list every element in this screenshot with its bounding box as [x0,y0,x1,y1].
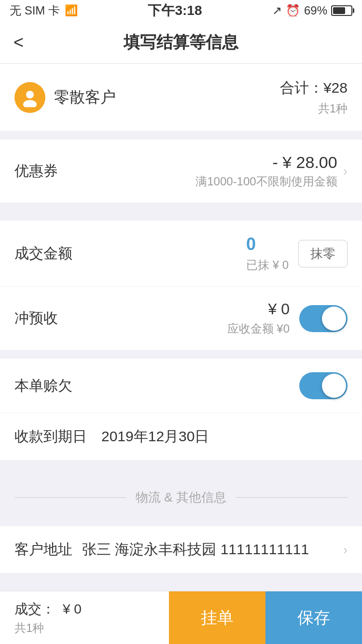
battery-percent: 69% [304,4,327,17]
carrier-label: 无 SIM 卡 [10,3,60,18]
logistics-section: 物流 & 其他信息 [0,477,362,518]
battery-icon [331,5,352,16]
debt-toggle[interactable] [299,372,348,399]
bottom-bar: 成交： ¥ 0 共1种 挂单 保存 [0,591,362,644]
due-date-value: 2019年12月30日 [101,427,209,447]
customer-card: 零散客户 合计：¥28 共1种 [0,64,362,131]
deal-label: 成交： [14,600,55,618]
transaction-section: 成交金额 0 已抹 ¥ 0 抹零 冲预收 ¥ 0 应收金额 ¥0 [0,221,362,350]
due-date-label: 收款到期日 [14,427,87,447]
advance-row: 冲预收 ¥ 0 应收金额 ¥0 [0,287,362,350]
location-icon: ↗ [272,4,282,17]
transaction-label: 成交金额 [14,244,72,264]
separator-1 [0,212,362,221]
logistics-divider: 物流 & 其他信息 [14,489,348,506]
transaction-right: 0 已抹 ¥ 0 抹零 [246,234,348,273]
status-right: ↗ ⏰ 69% [272,4,352,17]
address-label: 客户地址 [14,540,72,560]
bottom-summary: 成交： ¥ 0 共1种 [0,600,169,636]
status-time: 下午3:18 [148,1,202,20]
receivable-text: 应收金额 ¥0 [227,321,290,336]
transaction-row: 成交金额 0 已抹 ¥ 0 抹零 [0,221,362,287]
chevron-right-icon: › [343,164,348,179]
status-left: 无 SIM 卡 📶 [10,3,78,18]
bottom-deal: 成交： ¥ 0 [14,600,154,618]
total-count: 共1种 [280,101,348,116]
transaction-value: 0 [246,234,289,254]
debt-label: 本单赊欠 [14,376,72,396]
coupon-card: 优惠券 - ¥ 28.00 满1000-100不限制使用金额 › [0,140,362,203]
erased-text: 已抹 ¥ 0 [246,257,289,273]
customer-name: 零散客户 [54,87,116,108]
total-amount: 合计：¥28 [280,78,348,98]
coupon-discount: - ¥ 28.00 [195,153,337,172]
address-row[interactable]: 客户地址 张三 海淀永丰科技园 11111111111 › [0,526,362,573]
coupon-right: - ¥ 28.00 满1000-100不限制使用金额 › [195,153,348,189]
status-bar: 无 SIM 卡 📶 下午3:18 ↗ ⏰ 69% [0,0,362,21]
address-value: 张三 海淀永丰科技园 11111111111 [82,540,343,560]
debt-row: 本单赊欠 [0,359,362,413]
debt-toggle-knob [322,374,346,398]
customer-row: 零散客户 合计：¥28 共1种 [0,64,362,131]
advance-toggle[interactable] [299,305,348,332]
customer-total: 合计：¥28 共1种 [280,78,348,116]
advance-right: ¥ 0 应收金额 ¥0 [227,300,348,336]
coupon-row[interactable]: 优惠券 - ¥ 28.00 满1000-100不限制使用金额 › [0,140,362,203]
wifi-icon: 📶 [65,4,78,17]
coupon-info: - ¥ 28.00 满1000-100不限制使用金额 [195,153,337,189]
coupon-label: 优惠券 [14,161,58,181]
advance-amount: ¥ 0 [227,300,290,318]
user-icon [20,88,40,107]
address-chevron-icon: › [343,542,348,558]
svg-point-0 [26,91,34,98]
back-button[interactable]: < [14,32,24,53]
advance-amount-group: ¥ 0 应收金额 ¥0 [227,300,290,336]
nav-bar: < 填写结算等信息 [0,21,362,64]
due-date-row: 收款到期日 2019年12月30日 [0,413,362,460]
page-title: 填写结算等信息 [124,31,238,54]
deal-amount: ¥ 0 [63,602,82,617]
hold-button[interactable]: 挂单 [169,591,265,644]
svg-point-1 [23,100,37,107]
customer-info: 零散客户 [14,82,116,113]
coupon-description: 满1000-100不限制使用金额 [195,174,337,189]
toggle-knob [322,307,346,331]
separator-4 [0,518,362,526]
separator-2 [0,350,362,359]
logistics-label: 物流 & 其他信息 [136,489,226,506]
battery-fill [333,7,345,14]
save-button[interactable]: 保存 [265,591,362,644]
alarm-icon: ⏰ [286,4,300,17]
transaction-value-group: 0 已抹 ¥ 0 [246,234,289,273]
bottom-count: 共1种 [14,620,154,636]
content-area: 零散客户 合计：¥28 共1种 优惠券 - ¥ 28.00 满1000-100不… [0,64,362,631]
advance-label: 冲预收 [14,308,58,328]
erase-button[interactable]: 抹零 [298,240,348,267]
debt-card: 本单赊欠 收款到期日 2019年12月30日 [0,359,362,460]
avatar [14,82,45,113]
separator-3 [0,469,362,477]
